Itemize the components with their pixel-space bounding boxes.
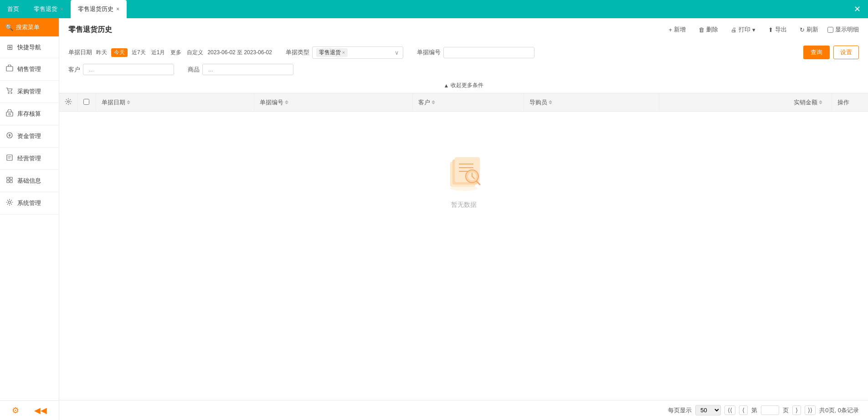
tab-retail-return-history-label: 零售退货历史: [78, 5, 113, 13]
page-size-label: 每页显示: [668, 406, 692, 415]
sidebar-item-operations-mgmt[interactable]: 经营管理: [0, 148, 59, 170]
date-week[interactable]: 近7天: [130, 48, 147, 57]
tab-home[interactable]: 首页: [0, 0, 26, 18]
sidebar-item-inventory[interactable]: 库存核算: [0, 103, 59, 125]
refresh-button[interactable]: ↻ 刷新: [796, 24, 822, 36]
prev-page-button[interactable]: ⟨: [739, 405, 748, 415]
doc-number-sort-icon: [285, 100, 288, 104]
sidebar-item-inventory-label: 库存核算: [17, 110, 41, 118]
page-label: 第: [751, 406, 757, 415]
guide-sort-icon: [549, 100, 552, 104]
page-size-select[interactable]: 20 50 100: [695, 405, 721, 415]
page-title: 零售退货历史: [68, 25, 665, 35]
amount-sort-icon: [819, 100, 822, 104]
svg-rect-3: [6, 112, 13, 116]
header-actions: + 新增 🗑 删除 🖨 打印 ▾ ⬆ 导出: [665, 24, 859, 36]
show-detail-checkbox[interactable]: 显示明细: [827, 26, 859, 34]
doc-type-tag-remove[interactable]: ×: [342, 50, 345, 55]
svg-rect-9: [7, 180, 9, 183]
basic-info-icon: [5, 176, 14, 185]
sidebar-search[interactable]: 🔍 搜索菜单: [0, 18, 59, 36]
sidebar-item-purchase-label: 采购管理: [17, 87, 41, 96]
tab-retail-return-history-close[interactable]: ×: [116, 6, 119, 12]
filter-doc-type-item: 单据类型 零售退货 × ∨: [286, 46, 403, 59]
tab-retail-return-history[interactable]: 零售退货历史 ×: [71, 0, 127, 18]
sidebar-item-system-label: 系统管理: [17, 199, 41, 207]
sidebar-item-finance-mgmt[interactable]: 资金管理: [0, 125, 59, 148]
filter-doc-number-item: 单据编号: [417, 47, 534, 58]
doc-number-input[interactable]: [443, 47, 534, 58]
date-yesterday[interactable]: 昨天: [95, 48, 108, 57]
add-button[interactable]: + 新增: [665, 24, 689, 36]
date-today[interactable]: 今天: [111, 48, 128, 57]
date-custom[interactable]: 自定义: [185, 48, 205, 57]
add-label: 新增: [674, 26, 686, 34]
add-icon: +: [668, 26, 672, 33]
tab-retail-return-close[interactable]: ×: [60, 6, 63, 12]
table-header-row: 单据日期 单据编号 客户: [59, 93, 868, 112]
collapse-button[interactable]: ▲ 收起更多条件: [68, 80, 859, 93]
sidebar-item-sales-mgmt[interactable]: 销售管理: [0, 58, 59, 81]
sidebar-item-basic-info[interactable]: 基础信息: [0, 170, 59, 192]
data-table: 单据日期 单据编号 客户: [59, 93, 868, 246]
date-more[interactable]: 更多: [169, 48, 183, 57]
sidebar-item-system-mgmt[interactable]: 系统管理: [0, 192, 59, 215]
sales-icon: [5, 65, 14, 74]
settings-button[interactable]: 设置: [833, 46, 859, 59]
customer-input[interactable]: ...: [83, 64, 174, 75]
th-doc-date-label: 单据日期: [102, 98, 125, 107]
th-amount[interactable]: 实销金额: [659, 93, 832, 112]
filter-goods-label: 商品: [188, 66, 200, 74]
delete-button[interactable]: 🗑 删除: [695, 24, 722, 36]
search-icon: 🔍: [5, 24, 13, 31]
show-detail-input[interactable]: [827, 27, 833, 33]
settings-bottom-icon[interactable]: ⚙: [12, 405, 19, 415]
filter-date-group: 昨天 今天 近7天 近1月 更多 自定义: [95, 48, 205, 57]
th-checkbox[interactable]: [78, 93, 96, 112]
purchase-icon: [5, 87, 14, 96]
th-doc-number[interactable]: 单据编号: [254, 93, 412, 112]
print-dropdown-icon: ▾: [752, 26, 755, 33]
empty-illustration: [441, 148, 487, 194]
print-button[interactable]: 🖨 打印 ▾: [727, 24, 759, 36]
finance-icon: [5, 132, 14, 141]
export-button[interactable]: ⬆ 导出: [765, 24, 791, 36]
svg-rect-6: [7, 155, 12, 160]
sidebar-item-sales-label: 销售管理: [17, 65, 41, 73]
empty-state: 暂无数据: [59, 112, 868, 246]
next-page-button[interactable]: ⟩: [792, 405, 801, 415]
page-number-input[interactable]: 1: [761, 405, 779, 415]
th-guide[interactable]: 导购员: [524, 93, 659, 112]
sidebar-item-quick-nav[interactable]: ⊞ 快捷导航: [0, 36, 59, 58]
th-doc-date[interactable]: 单据日期: [96, 93, 254, 112]
tab-retail-return[interactable]: 零售退货 ×: [26, 0, 71, 18]
filter-doc-type-select[interactable]: 零售退货 × ∨: [312, 46, 403, 59]
doc-type-tag-value: 零售退货: [319, 49, 341, 56]
svg-rect-10: [10, 180, 12, 183]
th-settings[interactable]: [59, 93, 78, 112]
goods-input[interactable]: ...: [202, 64, 293, 75]
select-all-checkbox[interactable]: [83, 99, 89, 105]
filter-row-2: 客户 ... 商品 ...: [68, 64, 859, 75]
th-actions-label: 操作: [837, 99, 849, 106]
th-customer[interactable]: 客户: [412, 93, 524, 112]
delete-icon: 🗑: [699, 26, 704, 33]
date-month[interactable]: 近1月: [150, 48, 167, 57]
empty-row: 暂无数据: [59, 112, 868, 246]
top-bar-close[interactable]: ✕: [854, 4, 868, 14]
query-button[interactable]: 查询: [803, 46, 830, 59]
sidebar: 🔍 搜索菜单 ⊞ 快捷导航 销售管理 采购管理: [0, 18, 59, 420]
sidebar-search-label: 搜索菜单: [16, 23, 40, 31]
customer-sort-icon: [431, 100, 435, 104]
sidebar-bottom: ⚙ ◀◀: [0, 400, 59, 420]
top-bar: 首页 零售退货 × 零售退货历史 × ✕: [0, 0, 868, 18]
date-range: 2023-06-02 至 2023-06-02: [207, 49, 272, 56]
sidebar-item-purchase-mgmt[interactable]: 采购管理: [0, 81, 59, 103]
settings-icon: [65, 98, 72, 105]
show-detail-label: 显示明细: [835, 26, 859, 34]
refresh-label: 刷新: [806, 26, 818, 34]
last-page-button[interactable]: ⟩⟩: [805, 405, 816, 415]
sound-bottom-icon[interactable]: ◀◀: [34, 405, 47, 415]
first-page-button[interactable]: ⟨⟨: [724, 405, 735, 415]
tab-bar: 首页 零售退货 × 零售退货历史 ×: [0, 0, 854, 18]
